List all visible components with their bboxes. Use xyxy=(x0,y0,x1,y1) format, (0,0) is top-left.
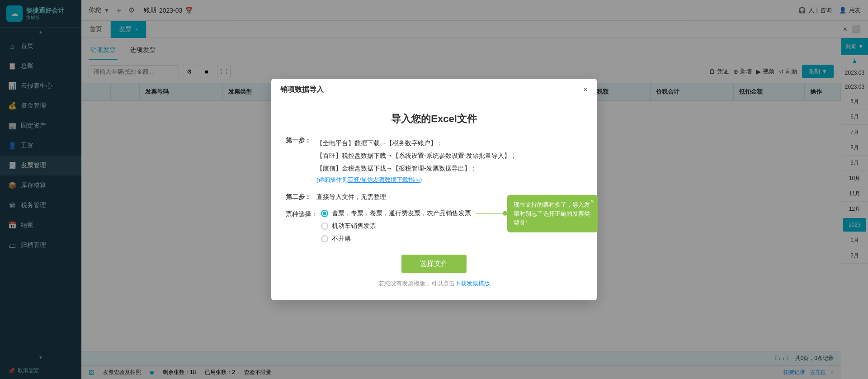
step1: 第一步： 【全电平台】数据下载→【税务数字账户】； 【百旺】税控盘数据下载→【系… xyxy=(286,137,582,185)
step1-link[interactable]: 百旺/航信发票数据下载指南 xyxy=(348,176,420,183)
radio1-circle[interactable] xyxy=(321,210,328,217)
step1-link-suffix: ) xyxy=(420,176,422,183)
radio-option-3[interactable]: 不开票 xyxy=(321,235,471,243)
import-modal: 销项数据导入 × 导入您的Excel文件 第一步： 【全电平台】数据下载→【税务… xyxy=(271,79,597,300)
tooltip-line xyxy=(476,213,503,214)
select-file-label: 选择文件 xyxy=(420,260,448,267)
radio2-label: 机动车销售发票 xyxy=(332,222,376,230)
radio-option-1: 普票，专票，卷票，通行费发票，农产品销售发票 × 现在支持的票种多了，导入发票时… xyxy=(321,209,471,218)
modal-header: 销项数据导入 × xyxy=(271,79,597,101)
modal-footer-note: 若您没有发票模版，可以点击下载发票模版 xyxy=(286,280,582,288)
ticket-label-row: 票种选择： 普票，专票，卷票，通行费发票，农产品销售发票 xyxy=(286,209,582,247)
step1-line2: 【百旺】税控盘数据下载→【系统设置-系统参数设置-发票批量导入】； xyxy=(316,149,517,162)
modal-main-title: 导入您的Excel文件 xyxy=(286,112,582,126)
tooltip-text: 现在支持的票种多了，导入发票时别忘了选择正确的发票类型呀! xyxy=(514,201,590,226)
radio1-wrapper: 普票，专票，卷票，通行费发票，农产品销售发票 × 现在支持的票种多了，导入发票时… xyxy=(321,209,471,218)
step1-line3: 【航信】金税盘数据下载→【报税管理-发票数据导出】； xyxy=(316,162,517,175)
download-template-link[interactable]: 下载发票模版 xyxy=(455,280,490,287)
radio3-label: 不开票 xyxy=(332,235,351,243)
tooltip-close-btn[interactable]: × xyxy=(590,197,594,206)
tooltip-dot xyxy=(503,211,507,216)
modal-overlay[interactable]: 销项数据导入 × 导入您的Excel文件 第一步： 【全电平台】数据下载→【税务… xyxy=(0,0,868,379)
radio3-circle[interactable] xyxy=(321,235,328,242)
footer-note-prefix: 若您没有发票模版，可以点击 xyxy=(378,280,455,287)
select-file-btn[interactable]: 选择文件 xyxy=(401,255,467,273)
step1-line1: 【全电平台】数据下载→【税务数字账户】； xyxy=(316,137,517,149)
radio2-label-row[interactable]: 机动车销售发票 xyxy=(321,222,376,230)
modal-body: 导入您的Excel文件 第一步： 【全电平台】数据下载→【税务数字账户】； 【百… xyxy=(271,101,597,300)
step1-row: 第一步： 【全电平台】数据下载→【税务数字账户】； 【百旺】税控盘数据下载→【系… xyxy=(286,137,582,185)
radio1-label: 普票，专票，卷票，通行费发票，农产品销售发票 xyxy=(332,209,471,218)
step1-link-row: (详细操作见百旺/航信发票数据下载指南) xyxy=(316,175,517,185)
ticket-type-group: 票种选择： 普票，专票，卷票，通行费发票，农产品销售发票 xyxy=(286,209,582,247)
radio-options: 普票，专票，卷票，通行费发票，农产品销售发票 × 现在支持的票种多了，导入发票时… xyxy=(321,209,471,247)
modal-title: 销项数据导入 xyxy=(280,85,324,95)
radio-option-2[interactable]: 机动车销售发票 xyxy=(321,222,471,230)
ticket-label: 票种选择： xyxy=(286,209,317,218)
radio3-label-row[interactable]: 不开票 xyxy=(321,235,351,243)
tooltip-bubble: × 现在支持的票种多了，导入发票时别忘了选择正确的发票类型呀! xyxy=(507,195,598,232)
radio1-label-row[interactable]: 普票，专票，卷票，通行费发票，农产品销售发票 xyxy=(321,209,471,218)
step2-num: 第二步： xyxy=(286,193,311,201)
step1-link-prefix: (详细操作见 xyxy=(316,176,348,183)
modal-close-btn[interactable]: × xyxy=(583,85,588,95)
tooltip-connector: × 现在支持的票种多了，导入发票时别忘了选择正确的发票类型呀! xyxy=(476,195,598,232)
step1-num: 第一步： xyxy=(286,137,311,145)
step2-text: 直接导入文件，无需整理 xyxy=(316,193,386,201)
radio2-circle[interactable] xyxy=(321,223,328,230)
step1-content: 【全电平台】数据下载→【税务数字账户】； 【百旺】税控盘数据下载→【系统设置-系… xyxy=(316,137,517,185)
